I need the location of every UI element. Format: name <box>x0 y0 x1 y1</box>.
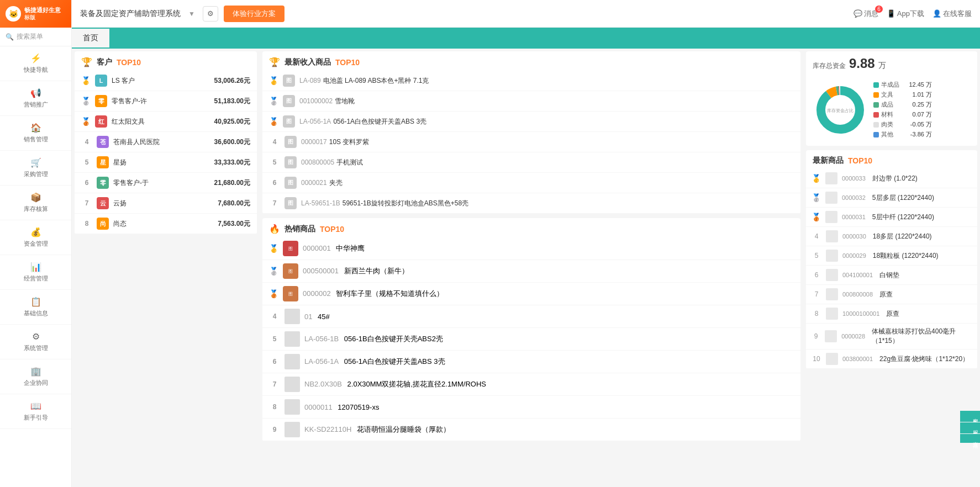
sidebar-item-finance[interactable]: 💰 资金管理 <box>0 220 71 255</box>
top-customers-header: 🏆 客户 TOP10 <box>75 51 257 71</box>
float-service: 客服热线 服务社区 直播 <box>960 411 980 443</box>
hot-img-7 <box>284 377 300 392</box>
customer-value-7: 7,680.00元 <box>218 199 250 208</box>
customer-name-2: 零售客户-许 <box>112 97 210 106</box>
customer-value-3: 40,925.00元 <box>214 117 250 126</box>
new-item-3: 🥉 0000031 5层中纤 (1220*2440) <box>806 208 977 227</box>
rank-item-3: 🥉 红 红太阳文具 40,925.00元 <box>75 112 257 132</box>
new-item-8: 8 10000100001 原查 <box>806 304 977 324</box>
rank-item-1: 🥇 L LS 客户 53,006.26元 <box>75 71 257 91</box>
settings-button[interactable]: ⚙ <box>203 6 218 22</box>
rank-item-7: 7 云 云扬 7,680.00元 <box>75 193 257 214</box>
topbar-right: 💬 消息 6 📱 App下载 👤 在线客服 <box>853 9 972 19</box>
incoming-item-7: 7 图 LA-59651-1B59651-1B旋转投影灯电池盒ABS黑色+58壳 <box>262 193 800 214</box>
incoming-item-1: 🥇 图 LA-089电池盖 LA-089 ABS本色+黑种 7.1克 <box>262 71 800 91</box>
online-service-button[interactable]: 👤 在线客服 <box>932 9 972 19</box>
ops-icon: 📊 <box>30 262 41 272</box>
legend-item-0: 半成品 12.45 万 <box>873 81 932 89</box>
sidebar-item-quick[interactable]: ⚡ 快捷导航 <box>0 46 71 81</box>
content: 🏆 客户 TOP10 🥇 L LS 客户 53,006.26元 🥈 零 零售客户… <box>72 49 980 487</box>
customer-service-button[interactable]: 客服热线 <box>960 411 980 422</box>
customer-badge-7: 云 <box>97 197 109 209</box>
customer-value-5: 33,333.00元 <box>214 158 250 167</box>
app-download-button[interactable]: 📱 App下载 <box>887 9 924 19</box>
app-icon: 📱 <box>887 9 895 18</box>
left-panel: 🏆 客户 TOP10 🥇 L LS 客户 53,006.26元 🥈 零 零售客户… <box>72 49 260 487</box>
sidebar-item-ops[interactable]: 📊 经营管理 <box>0 255 71 290</box>
customer-value-2: 51,183.00元 <box>214 97 250 106</box>
customer-name-6: 零售客户-于 <box>113 178 210 188</box>
donut-section: 库存资金占比 半成品 12.45 万 文具 1.01 万 <box>806 73 977 146</box>
customer-name-1: LS 客户 <box>112 76 210 86</box>
search-menu[interactable]: 🔍 搜索菜单 <box>0 28 71 46</box>
tabbar: 首页 <box>72 28 980 49</box>
hot-top10: TOP10 <box>320 225 344 234</box>
legend-item-4: 肉类 -0.05 万 <box>873 120 932 129</box>
finance-icon: 💰 <box>30 227 41 237</box>
customer-badge-6: 零 <box>97 177 109 189</box>
quick-icon: ⚡ <box>30 53 41 63</box>
incoming-top10: TOP10 <box>335 58 360 67</box>
sidebar-item-system[interactable]: ⚙ 系统管理 <box>0 325 71 359</box>
customer-badge-8: 尚 <box>97 218 109 230</box>
sidebar-item-marketing[interactable]: 📢 营销推广 <box>0 81 71 116</box>
customer-badge-3: 红 <box>95 115 107 128</box>
inventory-icon: 📦 <box>30 192 41 203</box>
hot-header: 🔥 热销商品 TOP10 <box>262 218 800 237</box>
medal-3: 🥉 <box>81 117 91 126</box>
donut-chart: 库存资金占比 <box>813 82 868 137</box>
hot-img-1: 图 <box>283 241 298 256</box>
message-button[interactable]: 💬 消息 6 <box>853 9 878 19</box>
hot-item-2: 🥈 图 000500001 新西兰牛肉（新牛） <box>262 260 800 283</box>
sidebar-item-collab[interactable]: 🏢 企业协同 <box>0 359 71 394</box>
hot-img-8 <box>284 399 300 415</box>
customer-name-7: 云扬 <box>113 199 213 208</box>
customer-badge-5: 星 <box>97 156 109 168</box>
incoming-item-2: 🥈 图 001000002雪地靴 <box>262 91 800 112</box>
customer-badge-2: 零 <box>95 95 107 107</box>
hot-item-1: 🥇 图 0000001 中华神鹰 <box>262 237 800 260</box>
sales-icon: 🏠 <box>30 123 41 133</box>
new-products-card: 最新商品 TOP10 🥇 0000033 封边带 (1.0*22) 🥈 0000… <box>806 150 977 369</box>
new-item-7: 7 000800008 原查 <box>806 285 977 304</box>
sidebar-item-guide[interactable]: 📖 新手引导 <box>0 394 71 429</box>
hot-img-2: 图 <box>283 263 298 279</box>
message-icon: 💬 <box>853 9 862 18</box>
system-name: 装备及固定资产辅助管理系统 <box>80 9 181 19</box>
top-customers-top10: TOP10 <box>117 58 141 67</box>
hot-item-8: 8 0000011 12070519-xs <box>262 396 800 419</box>
collab-icon: 🏢 <box>30 366 41 377</box>
sidebar-item-basic[interactable]: 📋 基础信息 <box>0 290 71 325</box>
svg-text:库存资金占比: 库存资金占比 <box>827 108 853 113</box>
sidebar: 🐱 畅捷通好生意 标版 🔍 搜索菜单 ⚡ 快捷导航 📢 营销推广 🏠 销售管理 … <box>0 0 72 487</box>
top-customers-title: 客户 <box>97 57 112 67</box>
service-community-button[interactable]: 服务社区 <box>960 422 980 433</box>
basic-icon: 📋 <box>30 297 41 307</box>
live-stream-button[interactable]: 直播 <box>960 434 980 443</box>
new-item-6: 6 004100001 白钢垫 <box>806 266 977 285</box>
system-icon: ⚙ <box>32 331 40 342</box>
sidebar-item-inventory[interactable]: 📦 库存核算 <box>0 186 71 220</box>
customer-value-1: 53,006.26元 <box>214 76 250 86</box>
tab-home[interactable]: 首页 <box>72 29 109 47</box>
top-customers-card: 🏆 客户 TOP10 🥇 L LS 客户 53,006.26元 🥈 零 零售客户… <box>75 51 257 234</box>
legend-item-2: 成品 0.25 万 <box>873 100 932 109</box>
mid-panel: 🏆 最新收入商品 TOP10 🥇 图 LA-089电池盖 LA-089 ABS本… <box>260 49 803 487</box>
topbar: 装备及固定资产辅助管理系统 ▼ ⚙ 体验行业方案 💬 消息 6 📱 App下载 … <box>72 0 980 28</box>
hot-img-4 <box>284 309 300 324</box>
right-panel: 库存总资金 9.88 万 <box>803 49 980 487</box>
sidebar-item-sales[interactable]: 🏠 销售管理 <box>0 116 71 151</box>
donut-svg: 库存资金占比 <box>813 82 868 137</box>
incoming-item-4: 4 图 000001710S 变料罗紫 <box>262 132 800 152</box>
trial-button[interactable]: 体验行业方案 <box>224 6 284 22</box>
incoming-item-6: 6 图 0000021夹壳 <box>262 173 800 193</box>
logo-text: 畅捷通好生意 标版 <box>24 7 61 20</box>
new-item-4: 4 0000030 18多层 (1220*2440) <box>806 227 977 246</box>
inventory-header: 库存总资金 9.88 万 <box>806 51 977 73</box>
sidebar-item-purchase[interactable]: 🛒 采购管理 <box>0 151 71 186</box>
new-item-10: 10 003800001 22g鱼豆腐·烧烤味（1*12*20） <box>806 350 977 369</box>
hot-products-card: 🔥 热销商品 TOP10 🥇 图 0000001 中华神鹰 🥈 图 <box>262 218 800 441</box>
hot-item-5: 5 LA-056-1B 056-1B白色按键开关壳ABS2壳 <box>262 328 800 351</box>
dropdown-arrow[interactable]: ▼ <box>186 8 197 19</box>
logo-icon: 🐱 <box>6 6 21 22</box>
